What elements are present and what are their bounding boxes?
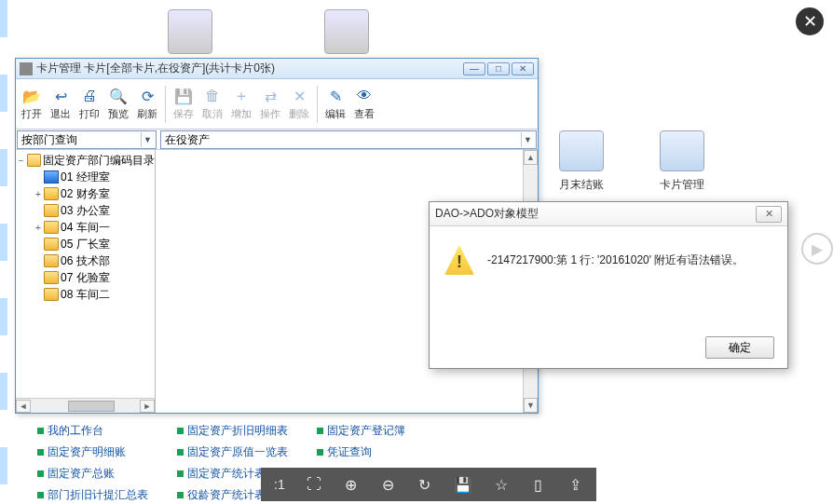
quick-link-1[interactable]: 固定资产折旧明细表	[177, 423, 317, 439]
folder-icon	[44, 238, 59, 251]
view-button[interactable]: 👁查看	[350, 82, 378, 127]
dialog-message: -2147217900:第 1 行: '20161020' 附近有语法错误。	[487, 252, 744, 268]
tb-label: 增加	[231, 107, 252, 121]
app-icon	[20, 62, 33, 75]
tree-item-01[interactable]: 01 经理室	[16, 169, 155, 185]
filter-right-combo[interactable]: 在役资产 ▼	[160, 130, 537, 149]
titlebar[interactable]: 卡片管理 卡片[全部卡片,在役资产](共计卡片0张) — □ ✕	[16, 59, 538, 79]
tree-item-07[interactable]: 07 化验室	[16, 269, 155, 286]
zoom-in-icon[interactable]: ⊕	[342, 475, 359, 494]
filter-bar: 按部门查询 ▼ 在役资产 ▼	[16, 129, 538, 150]
link-label: 部门折旧计提汇总表	[48, 487, 148, 503]
minimize-button[interactable]: —	[463, 62, 485, 75]
folder-icon	[44, 254, 59, 267]
view-icon: 👁	[355, 87, 374, 105]
star-icon[interactable]: ☆	[493, 475, 510, 494]
desktop-icon-label: 月末结账	[559, 177, 604, 193]
quick-link-4[interactable]: 固定资产原值一览表	[177, 444, 317, 460]
bullet-icon	[317, 428, 323, 434]
quick-link-0[interactable]: 我的工作台	[37, 423, 177, 439]
desktop-icon-card-mgmt[interactable]: 卡片管理	[660, 130, 704, 193]
tree-item-02[interactable]: +02 财务室	[16, 185, 155, 202]
desktop-icon-month-end[interactable]: 月末结账	[559, 130, 604, 193]
scroll-left-arrow[interactable]: ◄	[16, 400, 31, 413]
exit-icon: ↩	[51, 87, 70, 105]
dialog-close-button[interactable]: ✕	[756, 206, 782, 223]
rotate-icon[interactable]: ↻	[416, 475, 433, 494]
bullet-icon	[317, 449, 323, 456]
folder-icon	[44, 271, 59, 284]
quick-link-6[interactable]: 固定资产总账	[37, 466, 177, 482]
preview-button[interactable]: 🔍预览	[104, 82, 132, 127]
tb-label: 预览	[108, 107, 129, 121]
close-button[interactable]: ✕	[512, 62, 534, 75]
tree-item-06[interactable]: 06 技术部	[16, 252, 155, 269]
scroll-up-arrow[interactable]: ▲	[524, 150, 538, 165]
folder-icon	[44, 187, 59, 200]
tree-item-label: 08 车间二	[61, 287, 110, 303]
refresh-button[interactable]: ⟳刷新	[133, 82, 161, 127]
expand-toggle[interactable]: −	[16, 156, 27, 166]
tree-item-04[interactable]: +04 车间一	[16, 219, 155, 236]
link-label: 固定资产原值一览表	[187, 444, 288, 460]
filter-right-value: 在役资产	[163, 132, 521, 148]
close-overlay-button[interactable]: ✕	[796, 7, 824, 35]
share-icon[interactable]: ⇪	[567, 475, 583, 494]
cancel-icon: 🗑	[203, 87, 222, 105]
warning-icon	[444, 245, 474, 275]
folder-icon	[44, 221, 59, 234]
quick-link-5[interactable]: 凭证查询	[317, 444, 457, 460]
page-indicator: :1	[274, 477, 285, 492]
scroll-down-arrow[interactable]: ▼	[524, 398, 538, 413]
bullet-icon	[37, 449, 44, 456]
bullet-icon	[177, 470, 184, 477]
tb-label: 退出	[50, 107, 71, 121]
operate-button: ⇄操作	[256, 82, 284, 127]
filter-left-value: 按部门查询	[20, 132, 141, 148]
quick-link-3[interactable]: 固定资产明细账	[37, 444, 177, 460]
scroll-thumb[interactable]	[68, 401, 115, 412]
tb-label: 查看	[354, 107, 375, 121]
link-label: 固定资产统计表	[187, 466, 266, 482]
quick-link-2[interactable]: 固定资产登记簿	[317, 423, 457, 439]
background-icons	[168, 9, 369, 54]
desktop-icons: 月末结账卡片管理	[559, 130, 704, 193]
print-button[interactable]: 🖨打印	[75, 82, 103, 127]
edit-button[interactable]: ✎编辑	[321, 82, 349, 127]
open-button[interactable]: 📂打开	[18, 82, 46, 127]
refresh-icon: ⟳	[138, 87, 157, 105]
quick-link-9[interactable]: 部门折旧计提汇总表	[37, 487, 177, 503]
left-decor-strip	[0, 0, 7, 504]
tree-item-05[interactable]: 05 厂长室	[16, 236, 155, 252]
tree-h-scrollbar[interactable]: ◄ ►	[16, 398, 155, 413]
zoom-out-icon[interactable]: ⊖	[379, 475, 396, 494]
filter-left-combo[interactable]: 按部门查询 ▼	[17, 130, 157, 149]
folder-icon	[44, 170, 59, 184]
tree-pane: −固定资产部门编码目录01 经理室+02 财务室03 办公室+04 车间一05 …	[16, 150, 156, 413]
ok-button[interactable]: 确定	[705, 336, 774, 359]
tb-label: 保存	[173, 107, 194, 121]
tree-root[interactable]: −固定资产部门编码目录	[16, 152, 155, 169]
tb-label: 取消	[202, 107, 223, 121]
exit-button[interactable]: ↩退出	[47, 82, 75, 127]
next-arrow-button[interactable]: ▶	[801, 233, 833, 265]
bullet-icon	[37, 470, 44, 477]
expand-toggle[interactable]: +	[33, 189, 44, 199]
operate-icon: ⇄	[261, 87, 280, 105]
bullet-icon	[37, 492, 44, 498]
link-label: 役龄资产统计表	[187, 487, 266, 503]
expand-toggle[interactable]: +	[33, 223, 44, 233]
folder-open-icon	[27, 154, 41, 167]
device-icon[interactable]: ▯	[530, 475, 547, 494]
window-title: 卡片管理 卡片[全部卡片,在役资产](共计卡片0张)	[36, 61, 463, 76]
dialog-titlebar[interactable]: DAO->ADO对象模型 ✕	[430, 202, 787, 226]
tb-label: 打开	[21, 107, 42, 121]
tree-item-03[interactable]: 03 办公室	[16, 202, 155, 219]
maximize-button[interactable]: □	[487, 62, 510, 75]
scroll-right-arrow[interactable]: ►	[140, 400, 155, 413]
bg-icon-1	[168, 9, 212, 54]
open-icon: 📂	[22, 87, 41, 105]
fullscreen-icon[interactable]: ⛶	[306, 475, 322, 494]
tree-item-08[interactable]: 08 车间二	[16, 286, 155, 303]
save-icon[interactable]: 💾	[454, 475, 472, 494]
